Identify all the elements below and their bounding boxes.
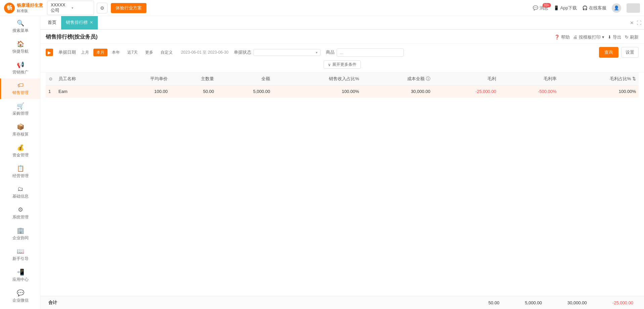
date-tab-custom[interactable]: 自定义 <box>158 49 176 56</box>
filter-row: ▶ 单据日期 上月 本月 本年 近7天 更多 自定义 <box>46 47 639 58</box>
enterprise-icon: 🏢 <box>17 227 24 234</box>
date-tab-this-year[interactable]: 本年 <box>109 49 123 56</box>
basics-icon: 🗂 <box>17 186 24 193</box>
print-button[interactable]: 🖨 按模板打印 ▾ <box>573 34 604 40</box>
footer-cost: 30,000.00 <box>565 300 590 305</box>
export-icon: ⬇ <box>608 35 611 40</box>
sidebar-item-inventory[interactable]: 📦 库存核算 <box>0 120 40 141</box>
sidebar-item-search[interactable]: 🔍 搜索菜单 <box>0 16 40 37</box>
status-filter-group: 单据状态 ▾ <box>234 49 320 56</box>
sidebar-item-guide[interactable]: 📖 新手引导 <box>0 244 40 265</box>
chevron-down-icon: ▾ <box>72 6 90 10</box>
col-header-qty: 主数量 <box>170 72 217 86</box>
print-icon: 🖨 <box>573 35 577 40</box>
help-icon: ❓ <box>554 35 560 40</box>
headset-icon: 🎧 <box>582 5 588 10</box>
sidebar-item-purchase[interactable]: 🛒 采购管理 <box>0 99 40 120</box>
maximize-icon[interactable]: ⛶ <box>637 20 641 25</box>
app-download-button[interactable]: 📱 App下载 <box>554 5 577 11</box>
table-wrapper: ⚙ 员工名称 平均单价 主数量 全额 销售收入占比% 成本全额 ⓘ 毛利 毛利率… <box>40 72 644 296</box>
date-range-display: 2023-06-01 至 2023-06-30 <box>181 50 228 55</box>
refresh-icon: ↻ <box>625 35 629 40</box>
page-header: 销售排行榜(按业务员) ❓ 帮助 🖨 按模板打印 ▾ ⬇ 导出 <box>40 30 644 44</box>
filter-toggle-button[interactable]: ▶ <box>46 49 53 56</box>
sidebar-item-operations[interactable]: 📋 经营管理 <box>0 161 40 182</box>
tab-close-icon[interactable]: ✕ <box>90 20 93 25</box>
col-header-gross-pct: 毛利占比% ⇅ <box>559 72 639 86</box>
data-table: ⚙ 员工名称 平均单价 主数量 全额 销售收入占比% 成本全额 ⓘ 毛利 毛利率… <box>46 72 639 98</box>
settings-button[interactable]: 设置 <box>621 47 639 58</box>
goods-filter-group: 商品 ... <box>326 48 404 57</box>
content-area: 首页 销售排行榜 ✕ ✕ ⛶ 销售排行榜(按业务员) ❓ 帮助 <box>40 16 644 309</box>
wechat-icon: 💬 <box>17 289 24 297</box>
sidebar-item-quicknav[interactable]: 🏠 快捷导航 <box>0 37 40 58</box>
filter-area: ▶ 单据日期 上月 本月 本年 近7天 更多 自定义 <box>40 44 644 72</box>
company-selector[interactable]: XXXXX公司 ▾ <box>47 1 94 15</box>
sidebar-item-basics[interactable]: 🗂 基础信息 <box>0 182 40 203</box>
message-button[interactable]: 💬 消息 99+ <box>533 5 548 11</box>
gear-button[interactable]: ⚙ <box>97 3 108 13</box>
sidebar-item-finance[interactable]: 💰 资金管理 <box>0 141 40 161</box>
logo-area: 畅 畅康通好生意 标准版 <box>4 3 44 13</box>
trial-button[interactable]: 体验行业方案 <box>111 3 146 13</box>
filter-buttons: 查询 设置 <box>599 47 639 58</box>
col-header-name: 员工名称 <box>56 72 113 86</box>
sidebar-item-member[interactable]: ♾ 畅会员 <box>0 307 40 309</box>
date-tab-more[interactable]: 更多 <box>142 49 156 56</box>
expand-chevron-icon: ∨ <box>328 62 331 67</box>
purchase-icon: 🛒 <box>17 102 24 110</box>
date-tab-this-month[interactable]: 本月 <box>93 49 108 56</box>
status-chevron-icon: ▾ <box>316 51 317 54</box>
tab-home[interactable]: 首页 <box>43 16 61 30</box>
inventory-icon: 📦 <box>17 123 24 131</box>
system-icon: ⚙ <box>18 206 23 213</box>
refresh-button[interactable]: ↻ 刷新 <box>625 34 639 40</box>
sidebar-item-wechat[interactable]: 💬 企业微信 <box>0 286 40 307</box>
top-header: 畅 畅康通好生意 标准版 XXXXX公司 ▾ ⚙ 体验行业方案 💬 消息 99+… <box>0 0 644 16</box>
goods-input[interactable]: ... <box>337 48 404 57</box>
date-tab-7days[interactable]: 近7天 <box>124 49 141 56</box>
column-settings-icon[interactable]: ⚙ <box>46 72 56 86</box>
col-header-cost: 成本全额 ⓘ <box>362 72 433 86</box>
sidebar-item-system[interactable]: ⚙ 系统管理 <box>0 203 40 223</box>
online-service-button[interactable]: 🎧 在线客服 <box>582 5 606 11</box>
footer-totals: 50.00 5,000.00 30,000.00 -25,000.00 <box>75 300 636 305</box>
avatar[interactable]: 👤 <box>612 3 621 13</box>
search-icon: 🔍 <box>17 19 24 27</box>
date-filter-group: 单据日期 上月 本月 本年 近7天 更多 自定义 <box>58 49 176 56</box>
sidebar: 🔍 搜索菜单 🏠 快捷导航 📢 营销推广 🏷 销售管理 🛒 采购管理 📦 库存核… <box>0 16 40 309</box>
col-header-amount: 全额 <box>217 72 273 86</box>
footer-amount: 5,000.00 <box>522 300 545 305</box>
col-header-sales-pct: 销售收入占比% <box>273 72 362 86</box>
home-icon: 🏠 <box>17 40 24 48</box>
appstore-icon: 📲 <box>17 268 24 276</box>
sidebar-item-marketing[interactable]: 📢 营销推广 <box>0 58 40 79</box>
tab-sales-ranking[interactable]: 销售排行榜 ✕ <box>61 16 98 30</box>
main-layout: 🔍 搜索菜单 🏠 快捷导航 📢 营销推广 🏷 销售管理 🛒 采购管理 📦 库存核… <box>0 16 644 309</box>
finance-icon: 💰 <box>17 144 24 151</box>
sidebar-item-sales[interactable]: 🏷 销售管理 <box>0 79 40 99</box>
status-select[interactable]: ▾ <box>253 49 320 56</box>
close-window-icon[interactable]: ✕ <box>630 20 634 25</box>
footer-qty: 50.00 <box>486 300 502 305</box>
date-tab-last-month[interactable]: 上月 <box>78 49 92 56</box>
table-body: 1Eam100.0050.005,000.00100.00%30,000.00-… <box>46 86 639 98</box>
col-header-gross: 毛利 <box>433 72 499 86</box>
tab-bar: 首页 销售排行榜 ✕ ✕ ⛶ <box>40 16 644 30</box>
help-button[interactable]: ❓ 帮助 <box>554 34 570 40</box>
sales-icon: 🏷 <box>17 82 24 89</box>
sidebar-item-appstore[interactable]: 📲 应用中心 <box>0 265 40 286</box>
footer-gross: -25,000.00 <box>610 300 636 305</box>
table-row: 1Eam100.0050.005,000.00100.00%30,000.00-… <box>46 86 639 98</box>
expand-conditions-button[interactable]: ∨ 展开更多条件 <box>324 60 361 69</box>
col-header-avg-price: 平均单价 <box>113 72 171 86</box>
export-button[interactable]: ⬇ 导出 <box>608 34 621 40</box>
top-right-actions: 💬 消息 99+ 📱 App下载 🎧 在线客服 👤 <box>533 3 640 13</box>
marketing-icon: 📢 <box>17 61 24 68</box>
logo-text: 畅康通好生意 标准版 <box>17 3 43 13</box>
sidebar-item-enterprise[interactable]: 🏢 企业协同 <box>0 223 40 244</box>
query-button[interactable]: 查询 <box>599 47 618 58</box>
operations-icon: 📋 <box>17 165 24 172</box>
print-chevron-icon: ▾ <box>602 35 604 40</box>
table-header-row: ⚙ 员工名称 平均单价 主数量 全额 销售收入占比% 成本全额 ⓘ 毛利 毛利率… <box>46 72 639 86</box>
